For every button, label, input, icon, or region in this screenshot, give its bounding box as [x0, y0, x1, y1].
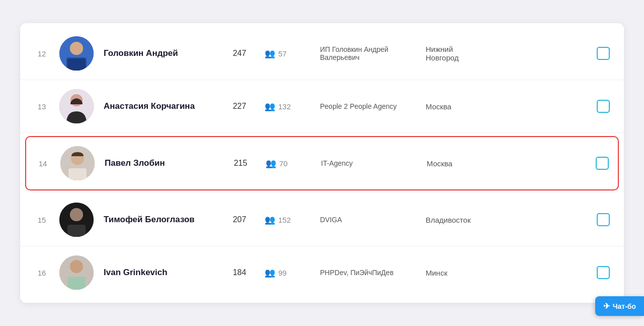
- svg-rect-14: [67, 225, 86, 237]
- city-13: Москва: [426, 102, 486, 111]
- followers-icon-15: 👥: [265, 215, 275, 225]
- svg-rect-18: [67, 277, 86, 290]
- followers-13: 👥 132: [265, 101, 310, 112]
- svg-rect-10: [68, 168, 87, 180]
- person-name-12[interactable]: Головкин Андрей: [104, 48, 214, 58]
- followers-14: 👥 70: [266, 158, 311, 169]
- row-number-16: 16: [34, 269, 49, 277]
- city-12: Нижний Новгород: [426, 45, 486, 62]
- person-name-16[interactable]: Ivan Grinkevich: [104, 268, 214, 278]
- avatar-13: [59, 89, 94, 123]
- checkbox-13[interactable]: [597, 100, 610, 113]
- company-16: PHPDev, ПиЭйчПиДев: [320, 269, 416, 277]
- row-14[interactable]: 14 Павел Злобин 215 👥 70 IT-Agency Москв…: [25, 136, 619, 190]
- chat-button-label: Чат-бо: [613, 302, 636, 310]
- followers-12: 👥 57: [265, 48, 310, 59]
- telegram-icon: ✈: [603, 301, 610, 311]
- company-13: People 2 People Agency: [320, 102, 416, 110]
- chat-button[interactable]: ✈ Чат-бо: [595, 296, 644, 316]
- person-name-13[interactable]: Анастасия Корчагина: [104, 101, 214, 111]
- followers-icon-12: 👥: [265, 48, 275, 59]
- followers-icon-16: 👥: [265, 268, 275, 278]
- score-15: 207: [224, 215, 255, 224]
- row-13[interactable]: 13 Анастасия Корчагина 227 👥 132 People …: [20, 80, 624, 133]
- person-name-15[interactable]: Тимофей Белоглазов: [104, 215, 214, 225]
- score-13: 227: [224, 102, 255, 111]
- checkbox-14[interactable]: [596, 157, 609, 170]
- avatar-14: [60, 146, 95, 180]
- followers-15: 👥 152: [265, 215, 310, 225]
- row-number-12: 12: [34, 49, 49, 58]
- city-15: Владивосток: [426, 216, 486, 224]
- avatar-16: [59, 255, 94, 290]
- avatar-15: [59, 203, 94, 237]
- company-14: IT-Agency: [321, 159, 417, 167]
- svg-point-3: [70, 42, 83, 55]
- score-14: 215: [225, 159, 256, 168]
- checkbox-15[interactable]: [597, 213, 610, 226]
- company-15: DVIGA: [320, 216, 416, 224]
- svg-point-15: [70, 208, 83, 221]
- row-number-15: 15: [34, 216, 49, 224]
- followers-icon-14: 👥: [266, 158, 276, 169]
- city-16: Минск: [426, 269, 486, 277]
- svg-point-19: [70, 260, 83, 273]
- followers-icon-13: 👥: [265, 101, 275, 112]
- score-16: 184: [224, 268, 255, 277]
- person-name-14[interactable]: Павел Злобин: [105, 158, 215, 168]
- row-15[interactable]: 15 Тимофей Белоглазов 207 👥 152 DVIGA Вл…: [20, 193, 624, 246]
- followers-16: 👥 99: [265, 268, 310, 278]
- avatar-12: [59, 36, 94, 71]
- row-16[interactable]: 16 Ivan Grinkevich 184 👥 99 PHPDev, ПиЭй…: [20, 246, 624, 299]
- row-12[interactable]: 12 Головкин Андрей 247 👥 57 ИП Головкин …: [20, 27, 624, 80]
- checkbox-12[interactable]: [597, 47, 610, 60]
- row-number-13: 13: [34, 102, 49, 111]
- score-12: 247: [224, 49, 255, 58]
- leaderboard-container: 12 Головкин Андрей 247 👥 57 ИП Головкин …: [20, 23, 624, 303]
- company-12: ИП Головкин Андрей Валерьевич: [320, 45, 416, 61]
- city-14: Москва: [427, 159, 487, 168]
- row-number-14: 14: [35, 159, 50, 168]
- checkbox-16[interactable]: [597, 266, 610, 279]
- svg-rect-4: [67, 58, 86, 71]
